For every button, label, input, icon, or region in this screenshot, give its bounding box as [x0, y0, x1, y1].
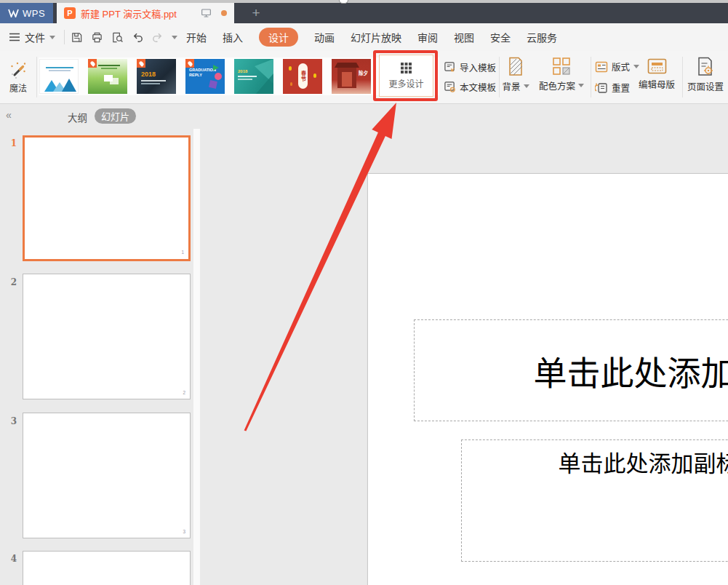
- template-label: 除夕: [359, 69, 368, 76]
- slide-number: 4: [7, 554, 20, 564]
- undo-icon: [132, 31, 144, 44]
- reset-button[interactable]: 重置: [595, 81, 630, 95]
- edit-master-icon: [647, 58, 667, 74]
- page-setup-label: 页面设置: [687, 79, 724, 93]
- reset-label: 重置: [612, 81, 630, 95]
- save-button[interactable]: [69, 31, 84, 44]
- tab-outline[interactable]: 大纲: [68, 110, 87, 124]
- text-template-label: 本文模板: [460, 80, 496, 94]
- layout-label: 版式: [612, 60, 630, 73]
- wps-logo[interactable]: WPS: [0, 3, 53, 23]
- slide-number: 3: [7, 416, 20, 426]
- template-label: 2018: [141, 71, 156, 78]
- magic-label: 魔法: [9, 81, 27, 94]
- subtitle-placeholder[interactable]: 单击此处添加副标题: [461, 439, 728, 562]
- menubar: 文件: [0, 23, 728, 51]
- page-setup-button[interactable]: 页面设置: [684, 57, 727, 93]
- layout-icon: [595, 61, 608, 73]
- import-template-label: 导入模板: [460, 60, 496, 74]
- slide-thumbnail-1[interactable]: 1: [23, 135, 191, 261]
- tab-review[interactable]: 审阅: [417, 30, 438, 44]
- print-button[interactable]: [89, 31, 104, 44]
- slide-page-number: 1: [181, 250, 184, 255]
- tab-insert[interactable]: 插入: [223, 30, 243, 44]
- slide-thumbnail-4[interactable]: 4: [23, 551, 191, 585]
- divider: [64, 30, 65, 44]
- tab-slideshow[interactable]: 幻灯片放映: [351, 30, 401, 44]
- template-blue-mountains[interactable]: [39, 59, 79, 94]
- title-placeholder[interactable]: 单击此处添加标题: [414, 319, 728, 421]
- redo-icon: [151, 31, 164, 44]
- import-template-icon: [444, 61, 456, 73]
- background-button[interactable]: 背景: [499, 57, 532, 93]
- slide-thumbnail-3[interactable]: 3: [23, 413, 191, 538]
- text-template-button[interactable]: 本文模板: [444, 79, 496, 94]
- tab-home[interactable]: 开始: [186, 30, 207, 44]
- background-label: 背景: [502, 79, 520, 93]
- text-template-icon: [444, 81, 456, 92]
- layout-button[interactable]: 版式: [595, 60, 639, 73]
- tab-cloud[interactable]: 云服务: [527, 30, 557, 44]
- mountains-icon: [40, 76, 79, 92]
- dropdown-caret-icon: [578, 84, 584, 87]
- file-caret-icon: [49, 36, 55, 39]
- tab-animation[interactable]: 动画: [314, 30, 335, 44]
- menu-tabs: 开始 插入 设计 动画 幻灯片放映 审阅 视图 安全 云服务: [186, 23, 557, 51]
- template-label: 春节: [300, 71, 307, 82]
- document-title: 新建 PPT 演示文稿.ppt: [81, 7, 196, 20]
- magic-wand-icon: [9, 60, 28, 79]
- wps-w-icon: [8, 9, 19, 17]
- title-placeholder-text: 单击此处添加标题: [534, 346, 728, 394]
- color-scheme-button[interactable]: 配色方案: [534, 57, 589, 92]
- sidebar-collapse-button[interactable]: «: [6, 109, 12, 121]
- toolbar-more-button[interactable]: [167, 31, 182, 44]
- file-menu-button[interactable]: 文件: [9, 23, 55, 51]
- slide-page-number: 3: [183, 529, 185, 534]
- tab-security[interactable]: 安全: [490, 30, 511, 44]
- save-icon: [71, 31, 83, 44]
- divider: [682, 57, 683, 98]
- file-menu-label: 文件: [25, 30, 45, 44]
- new-tab-button[interactable]: +: [246, 3, 266, 23]
- reset-icon: [595, 81, 608, 94]
- template-teal-2018[interactable]: 2018: [234, 59, 273, 94]
- flame-badge-icon: [88, 59, 97, 68]
- slide-page-number: 2: [183, 390, 185, 395]
- ribbon: 魔法 2018 GRADUATION: [0, 51, 728, 104]
- slide-number: 2: [7, 277, 20, 287]
- tab-view[interactable]: 视图: [454, 30, 474, 44]
- subtitle-placeholder-text: 单击此处添加副标题: [559, 445, 728, 478]
- page-setup-icon: [697, 57, 714, 76]
- slide-thumbnail-2[interactable]: 2: [23, 274, 191, 399]
- tab-design[interactable]: 设计: [259, 28, 298, 47]
- color-scheme-icon: [552, 57, 571, 76]
- background-icon: [508, 57, 524, 76]
- sidebar-scrollbar[interactable]: [193, 129, 200, 585]
- divider: [36, 57, 37, 98]
- tab-slides[interactable]: 幻灯片: [95, 108, 136, 124]
- edit-master-button[interactable]: 编辑母版: [636, 58, 678, 91]
- document-tab[interactable]: P 新建 PPT 演示文稿.ppt: [57, 3, 234, 23]
- template-business-report-2018[interactable]: 2018: [137, 59, 176, 94]
- redo-button[interactable]: [150, 31, 164, 44]
- edit-master-label: 编辑母版: [639, 77, 675, 91]
- divider: [591, 57, 591, 98]
- template-green-illustration[interactable]: [88, 59, 127, 94]
- import-template-button[interactable]: 导入模板: [444, 60, 496, 74]
- hamburger-icon: [9, 33, 20, 41]
- ppt-file-icon: P: [64, 7, 76, 19]
- print-preview-icon: [111, 31, 124, 44]
- unsaved-dot-icon: [221, 10, 227, 16]
- titlebar: WPS P 新建 PPT 演示文稿.ppt +: [0, 3, 728, 23]
- template-spring-festival[interactable]: 春节: [283, 59, 322, 94]
- magic-button[interactable]: 魔法: [1, 55, 35, 100]
- template-graduation-reply[interactable]: GRADUATION REPLY: [185, 59, 225, 94]
- print-icon: [91, 31, 103, 44]
- dropdown-caret-icon: [524, 84, 529, 88]
- undo-button[interactable]: [130, 31, 145, 44]
- print-preview-button[interactable]: [110, 31, 124, 44]
- flame-badge-icon: [185, 59, 194, 68]
- monitor-icon[interactable]: [201, 8, 212, 18]
- highlight-box: [373, 50, 438, 101]
- template-new-year-eve[interactable]: 除夕: [332, 59, 371, 94]
